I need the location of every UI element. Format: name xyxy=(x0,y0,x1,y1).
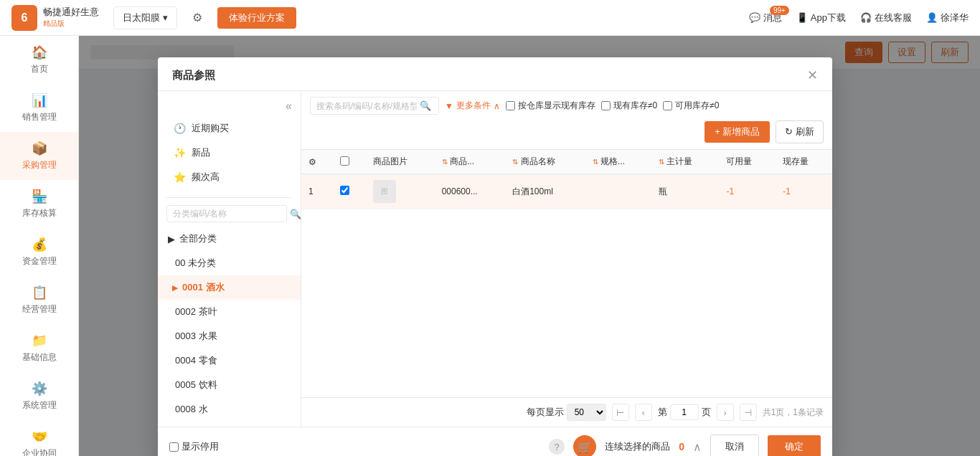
sidebar-item-inventory[interactable]: 🏪 库存核算 xyxy=(0,180,78,228)
cat-all[interactable]: ▶ 全部分类 xyxy=(158,227,301,251)
finance-icon: 💰 xyxy=(32,237,47,252)
basic-icon: 📁 xyxy=(32,333,47,348)
category-search: 🔍 xyxy=(158,201,301,227)
nav-dropdown[interactable]: 日太阳膜 ▾ xyxy=(113,6,177,29)
page-info: 共1页，1条记录 xyxy=(763,407,824,419)
layout: 🏠 首页 📊 销售管理 📦 采购管理 🏪 库存核算 💰 资金管理 📋 经营管理 … xyxy=(0,36,980,456)
checkbox-inventory-nonzero[interactable]: 现有库存≠0 xyxy=(601,100,657,112)
nav-user[interactable]: 👤 徐泽华 xyxy=(926,11,969,24)
category-list: ▶ 全部分类 00 未分类 ▶ 0001 酒水 0002 茶叶 xyxy=(158,227,301,427)
help-icon[interactable]: ? xyxy=(549,439,565,455)
page-size-select[interactable]: 50 100 200 xyxy=(567,404,606,421)
cat-beverage[interactable]: 0005 饮料 xyxy=(158,373,301,397)
chevron-down-icon: ▾ xyxy=(163,12,168,23)
logo-sub: 精品版 xyxy=(43,19,99,29)
sidebar-item-finance[interactable]: 💰 资金管理 xyxy=(0,228,78,276)
cart-button[interactable]: 🛒 xyxy=(573,435,596,456)
user-icon: 👤 xyxy=(926,12,938,23)
col-spec[interactable]: ⇅ 规格... xyxy=(585,150,651,174)
nav-online-service[interactable]: 🎧 在线客服 xyxy=(860,11,912,24)
cancel-button[interactable]: 取消 xyxy=(710,434,759,456)
confirm-button[interactable]: 确定 xyxy=(768,435,821,456)
cat-tea[interactable]: 0002 茶叶 xyxy=(158,300,301,324)
system-icon: ⚙️ xyxy=(32,381,47,396)
checkbox-inventory-input[interactable] xyxy=(506,101,515,110)
add-product-button[interactable]: + 新增商品 xyxy=(705,121,770,143)
new-icon: ✨ xyxy=(174,147,186,158)
cat-alcohol[interactable]: ▶ 0001 酒水 xyxy=(158,275,301,300)
search-icon[interactable]: 🔍 xyxy=(420,100,431,111)
checkbox-available-nonzero-input[interactable] xyxy=(663,101,672,110)
prev-page-button[interactable]: ‹ xyxy=(635,404,652,421)
search-icon[interactable]: 🔍 xyxy=(290,209,301,219)
page-number-input[interactable] xyxy=(670,404,699,420)
modal-header: 商品参照 ✕ xyxy=(158,57,832,91)
frequent-icon: ⭐ xyxy=(174,171,186,183)
sort-icon-unit: ⇅ xyxy=(659,158,664,166)
sidebar-item-enterprise[interactable]: 🤝 企业协同 xyxy=(0,420,78,456)
main-content: 查询 设置 刷新 商品参照 ✕ xyxy=(79,36,980,456)
cell-check[interactable] xyxy=(333,174,366,209)
modal-title: 商品参照 xyxy=(172,69,215,82)
management-icon: 📋 xyxy=(32,285,47,300)
cat-snack[interactable]: 0004 零食 xyxy=(158,348,301,373)
sidebar-item-home[interactable]: 🏠 首页 xyxy=(0,36,78,84)
table-row[interactable]: 1 图 000600... 白酒100ml 瓶 -1 xyxy=(301,174,832,209)
sidebar: 🏠 首页 📊 销售管理 📦 采购管理 🏪 库存核算 💰 资金管理 📋 经营管理 … xyxy=(0,36,79,456)
cell-available: -1 xyxy=(719,174,776,209)
top-nav: 6 畅捷通好生意 精品版 日太阳膜 ▾ ⚙ 体验行业方案 💬 消息 99+ 📱 … xyxy=(0,0,980,36)
settings-icon[interactable]: ⚙ xyxy=(186,6,209,29)
row-checkbox[interactable] xyxy=(340,186,349,195)
filter-button[interactable]: ▼ 更多条件 ∧ xyxy=(445,100,500,112)
product-image: 图 xyxy=(373,180,396,203)
checkbox-show-inventory[interactable]: 按仓库显示现有库存 xyxy=(506,100,595,112)
logo-icon: 6 xyxy=(11,5,37,31)
product-search-input[interactable] xyxy=(316,101,417,111)
col-checkbox[interactable] xyxy=(333,150,366,174)
cart-collapse-button[interactable]: ∧ xyxy=(693,440,702,454)
last-page-button[interactable]: ⊣ xyxy=(740,404,757,421)
sort-icon-code: ⇅ xyxy=(442,158,448,166)
col-name[interactable]: ⇅ 商品名称 xyxy=(505,150,585,174)
modal-toolbar: 🔍 ▼ 更多条件 ∧ 按仓库显示现有库存 xyxy=(301,91,832,150)
first-page-button[interactable]: ⊢ xyxy=(612,404,629,421)
cell-code: 000600... xyxy=(435,174,506,209)
col-code[interactable]: ⇅ 商品... xyxy=(435,150,506,174)
modal-right-panel: 🔍 ▼ 更多条件 ∧ 按仓库显示现有库存 xyxy=(301,91,832,427)
show-disabled-input[interactable] xyxy=(169,442,179,452)
select-all-checkbox[interactable] xyxy=(340,156,349,166)
quick-tab-frequent[interactable]: ⭐ 频次高 xyxy=(166,166,292,189)
refresh-button[interactable]: ↻ 刷新 xyxy=(776,120,824,143)
sidebar-item-management[interactable]: 📋 经营管理 xyxy=(0,276,78,324)
checkbox-available-nonzero[interactable]: 可用库存≠0 xyxy=(663,100,719,112)
logo-area: 6 畅捷通好生意 精品版 xyxy=(11,5,99,31)
modal-close-button[interactable]: ✕ xyxy=(807,67,818,83)
cat-uncategorized[interactable]: 00 未分类 xyxy=(158,251,301,275)
experience-button[interactable]: 体验行业方案 xyxy=(217,7,296,29)
cat-appliance[interactable]: 0010 家电 xyxy=(158,422,301,427)
nav-messages[interactable]: 💬 消息 99+ xyxy=(749,11,782,24)
sidebar-item-sales[interactable]: 📊 销售管理 xyxy=(0,84,78,132)
checkbox-inventory-nonzero-input[interactable] xyxy=(601,101,611,110)
next-page-button[interactable]: › xyxy=(717,404,734,421)
purchase-icon: 📦 xyxy=(32,141,47,156)
quick-tab-new[interactable]: ✨ 新品 xyxy=(166,141,292,164)
nav-app-download[interactable]: 📱 App下载 xyxy=(796,11,846,24)
recent-icon: 🕐 xyxy=(174,123,186,134)
cat-water[interactable]: 0008 水 xyxy=(158,397,301,422)
quick-tab-recent[interactable]: 🕐 近期购买 xyxy=(166,117,292,140)
cat-fruit[interactable]: 0003 水果 xyxy=(158,324,301,348)
sidebar-item-purchase[interactable]: 📦 采购管理 xyxy=(0,132,78,180)
nav-right: 💬 消息 99+ 📱 App下载 🎧 在线客服 👤 徐泽华 xyxy=(749,11,969,24)
sidebar-item-system[interactable]: ⚙️ 系统管理 xyxy=(0,372,78,420)
col-settings[interactable]: ⚙ xyxy=(301,150,333,174)
category-search-input[interactable] xyxy=(166,205,287,222)
cell-name: 白酒100ml xyxy=(505,174,585,209)
headset-icon: 🎧 xyxy=(860,12,872,23)
product-table-wrap: ⚙ 商品图片 ⇅ 商品... ⇅ 商品名称 xyxy=(301,150,832,397)
cell-spec xyxy=(585,174,651,209)
col-unit[interactable]: ⇅ 主计量 xyxy=(651,150,720,174)
show-disabled-checkbox[interactable]: 显示停用 xyxy=(169,440,219,453)
sidebar-item-basic[interactable]: 📁 基础信息 xyxy=(0,324,78,372)
collapse-button[interactable]: « xyxy=(286,100,292,113)
